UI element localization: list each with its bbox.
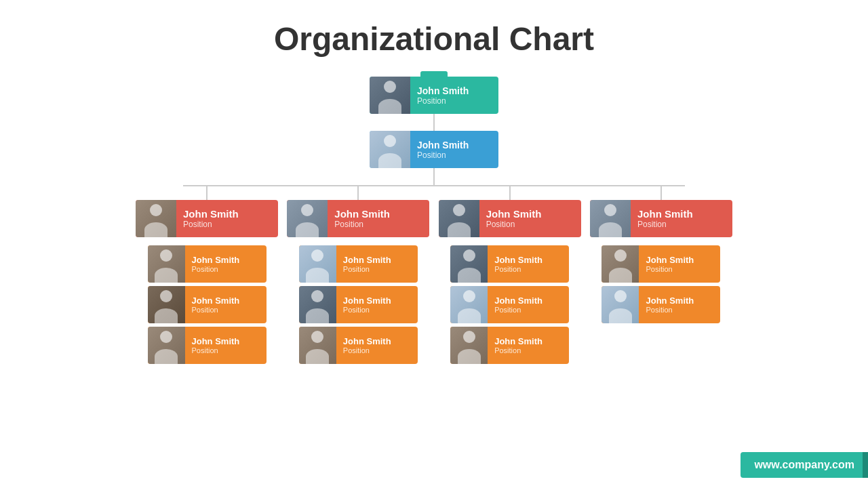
org-chart: John Smith Position John Smith Position [0,71,868,364]
avatar-level2-1 [287,200,328,237]
card-name-level1: John Smith [417,140,469,150]
card-info-level0: John Smith Position [410,83,475,108]
card-level2-2[interactable]: John Smith Position [439,200,581,237]
card-position-level2-0: Position [183,220,239,229]
card-name-level3-1-2: John Smith [343,336,391,346]
card-name-level3-3-1: John Smith [646,296,694,306]
card-position-level0: Position [417,96,469,106]
card-name-level3-1-1: John Smith [343,296,391,306]
card-level3-0-2[interactable]: John Smith Position [148,327,267,364]
avatar-level3-1-2 [299,327,336,364]
top-accent [420,71,448,77]
card-level3-1-1[interactable]: John Smith Position [299,286,418,323]
avatar-level3-2-0 [450,245,488,283]
avatar-level3-0-1 [148,286,185,323]
page-title: Organizational Chart [0,0,868,58]
level2-col-3: John Smith Position John Smith Position [587,186,736,323]
avatar-level2-3 [590,200,631,237]
card-level3-1-2[interactable]: John Smith Position [299,327,418,364]
card-pos-level3-1-1: Position [343,306,391,314]
avatar-level3-1-1 [299,286,336,323]
v-connector-0 [433,114,435,131]
card-info-level2-1: John Smith Position [328,205,397,232]
v-connector-1 [433,168,435,185]
card-name-level3-0-1: John Smith [192,296,240,306]
card-pos-level3-2-0: Position [494,265,542,273]
card-level2-1[interactable]: John Smith Position [287,200,429,237]
card-level3-0-1[interactable]: John Smith Position [148,286,267,323]
footer-url-badge: www.company.com [741,452,868,478]
card-level0[interactable]: John Smith Position [370,77,498,114]
card-name-level3-2-0: John Smith [494,255,542,265]
card-position-level1: Position [417,150,469,160]
v-conn-col1 [357,186,359,200]
avatar-level3-3-1 [601,286,639,323]
card-position-level2-1: Position [334,220,390,229]
card-level3-1-0[interactable]: John Smith Position [299,245,418,283]
avatar-level3-2-2 [450,327,488,364]
level1-node: John Smith Position [370,131,498,185]
card-level3-3-0[interactable]: John Smith Position [601,245,720,283]
card-pos-level3-1-2: Position [343,346,391,354]
card-name-level2-0: John Smith [183,208,239,220]
level2-col-1: John Smith Position John Smith Position [283,186,433,364]
card-name-level3-0-0: John Smith [192,255,240,265]
level3-col-1: John Smith Position John Smith Position [299,245,418,364]
avatar-level3-0-0 [148,245,185,283]
v-conn-col0 [206,186,208,200]
avatar-level1 [370,131,410,168]
card-name-level3-3-0: John Smith [646,255,694,265]
card-info-level2-3: John Smith Position [631,205,700,232]
level2-row: John Smith Position John Smith Position [132,186,736,364]
card-pos-level3-0-0: Position [192,265,240,273]
card-pos-level3-3-0: Position [646,265,694,273]
level3-col-3: John Smith Position John Smith Position [601,245,720,323]
v-conn-col2 [509,186,511,200]
avatar-level2-0 [136,200,176,237]
level2-col-2: John Smith Position John Smith Position [435,186,585,364]
card-name-level2-3: John Smith [637,208,693,220]
card-info-level2-0: John Smith Position [176,205,245,232]
card-level2-0[interactable]: John Smith Position [136,200,278,237]
avatar-level3-3-0 [601,245,639,283]
card-name-level2-2: John Smith [486,208,542,220]
card-name-level0: John Smith [417,85,469,96]
card-position-level2-3: Position [637,220,693,229]
card-name-level3-2-1: John Smith [494,296,542,306]
card-level3-3-1[interactable]: John Smith Position [601,286,720,323]
card-level3-2-1[interactable]: John Smith Position [450,286,569,323]
card-name-level3-1-0: John Smith [343,255,391,265]
card-position-level2-2: Position [486,220,542,229]
card-pos-level3-2-2: Position [494,346,542,354]
avatar-level2-2 [439,200,479,237]
card-pos-level3-0-2: Position [192,346,240,354]
card-info-level2-2: John Smith Position [479,205,549,232]
avatar-level3-0-2 [148,327,185,364]
avatar-level3-1-0 [299,245,336,283]
card-name-level2-1: John Smith [334,208,390,220]
card-name-level3-2-2: John Smith [494,336,542,346]
card-level1[interactable]: John Smith Position [370,131,498,168]
v-conn-col3 [660,186,662,200]
card-level3-0-0[interactable]: John Smith Position [148,245,267,283]
card-info-level1: John Smith Position [410,137,475,163]
avatar-level0 [370,77,410,114]
card-level2-3[interactable]: John Smith Position [590,200,732,237]
card-pos-level3-1-0: Position [343,265,391,273]
level2-col-0: John Smith Position John Smith Position [132,186,281,364]
card-level3-2-2[interactable]: John Smith Position [450,327,569,364]
level3-col-0: John Smith Position John Smith Position [148,245,267,364]
card-pos-level3-0-1: Position [192,306,240,314]
card-pos-level3-2-1: Position [494,306,542,314]
level3-col-2: John Smith Position John Smith Position [450,245,569,364]
avatar-level3-2-1 [450,286,488,323]
card-level3-2-0[interactable]: John Smith Position [450,245,569,283]
card-name-level3-0-2: John Smith [192,336,240,346]
card-pos-level3-3-1: Position [646,306,694,314]
level0-node: John Smith Position [370,77,498,131]
